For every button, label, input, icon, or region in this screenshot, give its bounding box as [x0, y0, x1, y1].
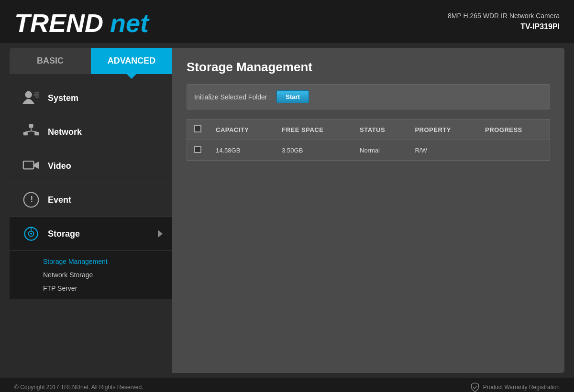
svg-text:TREND: TREND	[14, 9, 103, 36]
subitem-network-storage[interactable]: Network Storage	[43, 268, 172, 282]
col-free-space: FREE SPACE	[275, 120, 353, 140]
col-status: STATUS	[353, 120, 408, 140]
svg-line-11	[31, 131, 37, 132]
row-property: R/W	[408, 140, 478, 161]
logo-svg: TREND	[14, 7, 110, 36]
header: TREND net 8MP H.265 WDR IR Network Camer…	[0, 0, 574, 43]
svg-marker-13	[33, 162, 39, 169]
storage-subitems: Storage Management Network Storage FTP S…	[10, 251, 172, 299]
tab-advanced[interactable]: ADVANCED	[91, 48, 172, 74]
sidebar-item-video[interactable]: Video	[10, 149, 172, 183]
network-label: Network	[48, 127, 82, 137]
row-status: Normal	[353, 140, 408, 161]
init-start-button[interactable]: Start	[276, 90, 309, 103]
main-wrapper: BASIC ADVANCED Sys	[0, 43, 574, 378]
storage-arrow	[158, 230, 163, 238]
init-row: Initialize Selected Folder : Start	[187, 84, 550, 109]
camera-model: TV-IP319PI	[448, 21, 560, 33]
nav-items: System Network	[10, 81, 172, 373]
init-label: Initialize Selected Folder :	[194, 93, 271, 101]
logo-net-svg: net	[110, 7, 153, 36]
tab-basic[interactable]: BASIC	[10, 48, 91, 74]
svg-point-2	[25, 91, 32, 98]
storage-table: CAPACITY FREE SPACE STATUS PROPERTY PROG…	[187, 119, 550, 161]
content-box: BASIC ADVANCED Sys	[10, 48, 564, 373]
col-property: PROPERTY	[408, 120, 478, 140]
header-info: 8MP H.265 WDR IR Network Camera TV-IP319…	[448, 11, 560, 33]
logo: TREND net	[14, 7, 153, 36]
subitem-ftp-server[interactable]: FTP Server	[43, 282, 172, 295]
tabs: BASIC ADVANCED	[10, 48, 172, 74]
page-title: Storage Management	[187, 60, 550, 75]
video-icon	[19, 156, 43, 175]
storage-label: Storage	[48, 229, 80, 239]
row-progress	[478, 140, 550, 161]
header-checkbox[interactable]	[194, 125, 201, 132]
sidebar-item-network[interactable]: Network	[10, 115, 172, 149]
event-label: Event	[48, 195, 71, 205]
svg-rect-8	[34, 132, 39, 135]
svg-text:!: !	[30, 195, 33, 204]
sidebar-item-system[interactable]: System	[10, 81, 172, 115]
camera-name: 8MP H.265 WDR IR Network Camera	[448, 11, 560, 21]
system-label: System	[48, 93, 78, 103]
sidebar: BASIC ADVANCED Sys	[10, 48, 172, 373]
right-content: Storage Management Initialize Selected F…	[172, 48, 564, 373]
system-icon	[19, 88, 43, 108]
video-label: Video	[48, 161, 71, 171]
col-checkbox	[187, 120, 209, 140]
svg-rect-12	[23, 161, 34, 169]
row-capacity: 14.58GB	[209, 140, 275, 161]
footer: © Copyright 2017 TRENDnet. All Rights Re…	[0, 378, 574, 392]
row-free-space: 3.50GB	[275, 140, 353, 161]
subitem-storage-management[interactable]: Storage Management	[43, 255, 172, 268]
svg-point-18	[30, 233, 32, 235]
row-checkbox-cell	[187, 140, 209, 161]
svg-line-10	[25, 131, 31, 132]
svg-rect-6	[29, 124, 33, 128]
svg-rect-7	[23, 132, 28, 135]
network-icon	[19, 122, 43, 142]
col-capacity: CAPACITY	[209, 120, 275, 140]
footer-warranty[interactable]: Product Warranty Registration	[483, 384, 560, 391]
row-checkbox[interactable]	[194, 146, 201, 153]
event-icon: !	[19, 190, 43, 209]
sidebar-item-event[interactable]: ! Event	[10, 183, 172, 217]
footer-copyright: © Copyright 2017 TRENDnet. All Rights Re…	[14, 384, 143, 391]
storage-icon	[19, 224, 43, 243]
footer-right: Product Warranty Registration	[471, 382, 560, 392]
shield-icon	[471, 382, 479, 392]
table-row: 14.58GB 3.50GB Normal R/W	[187, 140, 550, 161]
sidebar-item-storage[interactable]: Storage	[10, 217, 172, 251]
col-progress: PROGRESS	[478, 120, 550, 140]
table-header-row: CAPACITY FREE SPACE STATUS PROPERTY PROG…	[187, 120, 550, 140]
svg-text:net: net	[110, 9, 150, 36]
